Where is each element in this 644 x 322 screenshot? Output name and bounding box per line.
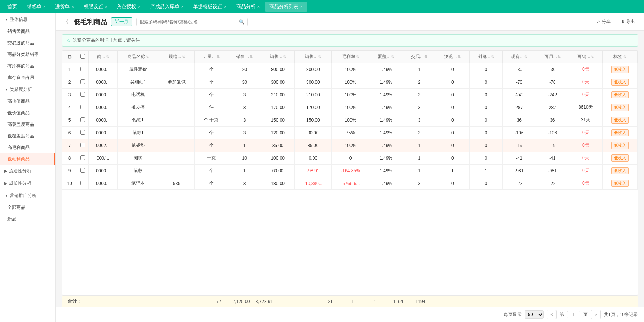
nav-close-role[interactable]: × <box>138 4 140 9</box>
row-checkbox[interactable] <box>77 152 89 165</box>
row-name: 鼠标 <box>118 165 159 177</box>
row-checkbox[interactable] <box>77 114 89 127</box>
sidebar-item-low-margin[interactable]: 低毛利商品 <box>0 153 55 165</box>
col-available[interactable]: 可用...⇅ <box>536 51 569 63</box>
nav-close-template[interactable]: × <box>224 4 226 9</box>
nav-template[interactable]: 单据模板设置× <box>189 2 231 12</box>
sidebar-item-high-value[interactable]: 高价值商品 <box>0 96 55 107</box>
nav-product-in[interactable]: 产成品入库单× <box>146 2 188 12</box>
collapse-sidebar-btn[interactable]: 《 <box>62 18 70 26</box>
row-checkbox[interactable] <box>77 76 89 89</box>
row-checkbox[interactable] <box>77 127 89 139</box>
page-title: 低毛利商品 <box>74 17 107 26</box>
select-all-checkbox[interactable] <box>80 54 85 59</box>
settings-icon[interactable]: ⚙ <box>67 54 72 60</box>
row-checkbox[interactable] <box>77 89 89 101</box>
row-trade-count: 1 <box>403 139 436 152</box>
sidebar-group-flow[interactable]: ▶ 流通性分析 <box>0 165 55 177</box>
nav-analysis-list[interactable]: 商品分析列表× <box>265 2 307 12</box>
nav-sales[interactable]: 销货单× <box>22 2 50 12</box>
sidebar-item-all-products[interactable]: 全部商品 <box>0 202 55 213</box>
nav-close-analysis-list[interactable]: × <box>300 4 302 9</box>
col-code[interactable]: 商...⇅ <box>89 51 118 63</box>
nav-close-sales[interactable]: × <box>43 4 45 9</box>
col-browse1[interactable]: 浏览...⇅ <box>436 51 470 63</box>
main-layout: ▼ 整体信息 销售类商品 交易过的商品 商品分类助销率 有库存的商品 库存资金占… <box>0 13 644 322</box>
col-trade[interactable]: 交易...⇅ <box>403 51 436 63</box>
col-sales-profit[interactable]: 销售...⇅ <box>294 51 331 63</box>
row-available: -22 <box>536 177 569 190</box>
sidebar-group-marketing[interactable]: ▼ 营销推广分析 <box>0 189 55 202</box>
row-name: 鼠标垫 <box>118 139 159 152</box>
row-sellable: 0天 <box>569 165 603 177</box>
row-browse1: 0 <box>436 177 470 190</box>
col-tag[interactable]: 标签⇅ <box>602 51 637 63</box>
sidebar-group-cluster[interactable]: ▼ 类聚度分析 <box>0 83 55 96</box>
col-sales-qty[interactable]: 销售...⇅ <box>228 51 261 63</box>
row-idx: 5 <box>62 114 77 127</box>
nav-purchase[interactable]: 进货单× <box>51 2 78 12</box>
nav-close-permission[interactable]: × <box>105 4 107 9</box>
export-button[interactable]: ⬇ 导出 <box>618 17 638 26</box>
row-checkbox[interactable] <box>77 165 89 177</box>
search-input[interactable] <box>140 19 239 25</box>
row-idx: 8 <box>62 152 77 165</box>
row-gross-rate: 75% <box>331 127 369 139</box>
period-button[interactable]: 近一月 <box>111 17 132 26</box>
nav-close-purchase[interactable]: × <box>71 4 74 9</box>
nav-home[interactable]: 首页 <box>3 2 22 12</box>
sidebar: ▼ 整体信息 销售类商品 交易过的商品 商品分类助销率 有库存的商品 库存资金占… <box>0 13 56 322</box>
page-number-input[interactable] <box>567 311 580 318</box>
row-sellable: 0天 <box>569 89 603 101</box>
row-unit: 个 <box>195 177 228 190</box>
sidebar-item-low-coverage[interactable]: 低覆盖度商品 <box>0 130 55 142</box>
col-current-stock[interactable]: 现有...⇅ <box>503 51 536 63</box>
sidebar-item-high-coverage[interactable]: 高覆盖度商品 <box>0 119 55 130</box>
row-trade-count: 3 <box>403 114 436 127</box>
col-gross-rate[interactable]: 毛利率⇅ <box>331 51 369 63</box>
col-sellable[interactable]: 可销...⇅ <box>569 51 603 63</box>
sidebar-item-category-rate[interactable]: 商品分类助销率 <box>0 49 55 60</box>
row-browse1: 0 <box>436 63 470 76</box>
col-spec[interactable]: 规格...⇅ <box>159 51 195 63</box>
sidebar-group-overall[interactable]: ▼ 整体信息 <box>0 13 55 26</box>
nav-product-analysis[interactable]: 商品分析× <box>232 2 264 12</box>
col-unit[interactable]: 计量...⇅ <box>195 51 228 63</box>
row-checkbox[interactable] <box>77 101 89 114</box>
sidebar-item-high-margin[interactable]: 高毛利商品 <box>0 142 55 153</box>
sidebar-item-sales-products[interactable]: 销售类商品 <box>0 26 55 37</box>
search-icon[interactable]: 🔍 <box>239 19 244 25</box>
col-sales-price[interactable]: 销售...⇅ <box>261 51 295 63</box>
col-settings[interactable]: ⚙ <box>62 51 77 63</box>
sidebar-group-growth[interactable]: ▶ 成长性分析 <box>0 177 55 189</box>
nav-role[interactable]: 角色授权× <box>112 2 145 12</box>
row-checkbox[interactable] <box>77 177 89 190</box>
row-sales-profit: 800.00 <box>294 63 331 76</box>
col-cover-rate[interactable]: 覆盖...⇅ <box>369 51 403 63</box>
footer-trade: 21 <box>319 299 342 304</box>
row-unit: 个 <box>195 63 228 76</box>
row-checkbox[interactable] <box>77 139 89 152</box>
row-sales-price: 180.00 <box>261 177 295 190</box>
row-available: -76 <box>536 76 569 89</box>
sidebar-item-traded[interactable]: 交易过的商品 <box>0 37 55 49</box>
per-page-select[interactable]: 50 100 200 <box>525 310 544 319</box>
sidebar-item-in-stock[interactable]: 有库存的商品 <box>0 60 55 72</box>
prev-page-btn[interactable]: ＜ <box>547 310 557 319</box>
col-name[interactable]: 商品名称⇅ <box>118 51 159 63</box>
sidebar-item-stock-fund[interactable]: 库存资金占用 <box>0 72 55 83</box>
row-sales-qty: 20 <box>228 63 261 76</box>
nav-close-product-analysis[interactable]: × <box>257 4 260 9</box>
row-checkbox[interactable] <box>77 63 89 76</box>
sidebar-item-low-value[interactable]: 低价值商品 <box>0 107 55 119</box>
data-table: ⚙ 商...⇅ 商品名称⇅ 规格...⇅ 计量...⇅ 销售...⇅ 销售...… <box>62 51 638 190</box>
sidebar-item-new-products[interactable]: 新品 <box>0 213 55 225</box>
row-sales-qty: 3 <box>228 177 261 190</box>
row-gross-rate: -164.85% <box>331 165 369 177</box>
share-button[interactable]: ↗ 分享 <box>593 17 613 26</box>
nav-permission[interactable]: 权限设置× <box>79 2 112 12</box>
next-page-btn[interactable]: ＞ <box>591 310 601 319</box>
col-browse2[interactable]: 浏览...⇅ <box>469 51 503 63</box>
nav-close-product-in[interactable]: × <box>181 4 183 9</box>
row-browse1: 1 <box>436 165 470 177</box>
